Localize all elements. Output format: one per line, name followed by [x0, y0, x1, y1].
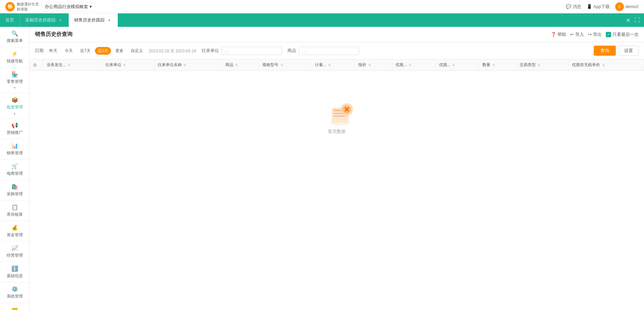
counterpart-placeholder: ... — [225, 48, 230, 53]
content-area: 销售历史价查询 ❓ 帮助 ↩ 导入 ↪ 导出 ✓ 只看最后一次 — [30, 27, 644, 310]
table-header-pre-tax-price[interactable]: 优惠前无税单价 ⇅ — [569, 59, 644, 71]
sort-icon: ⇅ — [537, 63, 540, 67]
empty-state: 暂无数据 — [30, 71, 644, 161]
logo-text: 畅捷通好生意 标准版 — [17, 2, 39, 11]
close-sales-tab-icon[interactable]: × — [107, 17, 112, 23]
tab-home[interactable]: 首页 — [0, 13, 20, 27]
help-button[interactable]: ❓ 帮助 — [551, 32, 566, 38]
tab-bar: 首页 采购历史价跟踪 × 销售历史价跟踪 × ✕ ⛶ — [0, 13, 644, 27]
sort-icon: ⇅ — [409, 63, 411, 67]
sidebar-item-marketing[interactable]: 📢 营销推广 — [0, 119, 29, 139]
filter-actions: 查询 设置 — [594, 46, 639, 56]
sidebar-item-retail[interactable]: 🏪 零售管理 ▾ — [0, 68, 29, 93]
date-btn-more[interactable]: 更多 — [112, 47, 126, 55]
product-input[interactable]: ... — [299, 47, 359, 55]
query-button[interactable]: 查询 — [594, 46, 616, 56]
basic-info-icon: ℹ️ — [11, 265, 18, 272]
sort-icon: ⇅ — [68, 63, 70, 67]
sidebar-item-enterprise[interactable]: 🤝 企业协同 — [0, 303, 29, 310]
checkbox-icon: ✓ — [606, 32, 611, 37]
table-header-discount2[interactable]: 优惠... ⇅ — [435, 59, 479, 71]
ecommerce-icon: 🛒 — [11, 163, 18, 169]
sidebar-item-wholesale[interactable]: 📦 批发管理 ▴ — [0, 93, 29, 119]
marketing-icon: 📢 — [11, 122, 18, 128]
tab-purchase-history[interactable]: 采购历史价跟踪 × — [20, 13, 69, 27]
quick-nav-icon: ⚡ — [11, 51, 18, 57]
top-bar-right: 💬 消息 📱 App下载 D demo2 — [566, 2, 639, 11]
table-header-discount1[interactable]: 优惠... ⇅ — [392, 59, 436, 71]
table-header-unit[interactable]: 计量... ⇅ — [311, 59, 355, 71]
retail-icon: 🏪 — [11, 71, 18, 78]
empty-illustration — [323, 98, 350, 124]
tab-home-label: 首页 — [5, 17, 14, 23]
sidebar-item-search[interactable]: 🔍 搜索菜单 — [0, 27, 29, 47]
table-header-spec[interactable]: 规格型号 ⇅ — [259, 59, 311, 71]
finance-icon: 💰 — [11, 224, 18, 231]
table-header-price[interactable]: 报价 ⇅ — [355, 59, 392, 71]
table-header-row: ⚙ 业务发生... ⇅ 往来单位 ⇅ 往来单位名称 ⇅ — [30, 59, 644, 71]
logo-area: 畅 畅捷通好生意 标准版 — [5, 2, 39, 11]
purchase-icon: 🛍️ — [11, 184, 18, 190]
svg-rect-4 — [333, 115, 345, 117]
tab-sales-history[interactable]: 销售历史价跟踪 × — [69, 13, 118, 27]
sidebar-item-operations[interactable]: 📈 经营管理 — [0, 242, 29, 262]
close-all-tabs-button[interactable]: ✕ — [624, 16, 632, 24]
message-button[interactable]: 💬 消息 — [566, 4, 581, 10]
product-filter-label: 商品 — [287, 48, 296, 54]
close-purchase-tab-icon[interactable]: × — [58, 17, 63, 23]
app-download-button[interactable]: 📱 App下载 — [587, 4, 610, 10]
sidebar-item-ecommerce[interactable]: 🛒 电商管理 — [0, 160, 29, 180]
table-header-product[interactable]: 商品 ⇅ — [222, 59, 259, 71]
counterpart-input[interactable]: ... — [222, 47, 282, 55]
date-btn-custom[interactable]: 自定义 — [128, 47, 146, 55]
chevron-down-icon: ▾ — [14, 86, 15, 90]
date-range-display: 2023-02-18 至 2023-03-18 — [149, 48, 196, 54]
export-button[interactable]: ↪ 导出 — [588, 32, 602, 38]
sidebar-item-quick-nav[interactable]: ⚡ 快捷导航 — [0, 47, 29, 68]
table-header-counterpart-code[interactable]: 往来单位 ⇅ — [102, 59, 154, 71]
only-last-checkbox[interactable]: ✓ 只看最后一次 — [606, 32, 639, 38]
counterpart-filter-label: 往来单位 — [202, 48, 219, 54]
table-header-gear[interactable]: ⚙ — [30, 59, 43, 71]
table-header-biz-date[interactable]: 业务发生... ⇅ — [43, 59, 102, 71]
table-header-quantity[interactable]: 数量 ⇅ — [479, 59, 516, 71]
wholesale-icon: 📦 — [11, 97, 18, 103]
date-btn-last7days[interactable]: 近7天 — [77, 47, 94, 55]
date-btn-yesterday[interactable]: 昨天 — [46, 47, 60, 55]
sort-icon: ⇅ — [602, 63, 605, 67]
sidebar-item-inventory[interactable]: 📋 库存核算 — [0, 201, 29, 221]
date-buttons: 昨天 今天 近7天 近1月 更多 自定义 — [46, 47, 146, 55]
import-button[interactable]: ↩ 导入 — [570, 32, 584, 38]
tab-purchase-history-label: 采购历史价跟踪 — [25, 17, 56, 23]
chevron-down-icon: ▾ — [90, 4, 92, 9]
maximize-button[interactable]: ⛶ — [633, 16, 641, 24]
product-placeholder: ... — [302, 48, 308, 53]
page-header: 销售历史价查询 ❓ 帮助 ↩ 导入 ↪ 导出 ✓ 只看最后一次 — [30, 27, 644, 42]
top-bar: 畅 畅捷通好生意 标准版 办公用品行业模拟账套 ▾ 💬 消息 📱 App下载 D… — [0, 0, 644, 13]
table-header-trade-type[interactable]: 交易类型 ⇅ — [516, 59, 569, 71]
sidebar-item-purchase[interactable]: 🛍️ 采购管理 — [0, 180, 29, 201]
sidebar-item-system[interactable]: ⚙️ 系统管理 — [0, 282, 29, 303]
help-icon: ❓ — [551, 32, 556, 37]
data-table: ⚙ 业务发生... ⇅ 往来单位 ⇅ 往来单位名称 ⇅ — [30, 59, 644, 71]
app-selector[interactable]: 办公用品行业模拟账套 ▾ — [42, 2, 95, 11]
sidebar-item-finance[interactable]: 💰 资金管理 — [0, 221, 29, 242]
setting-button[interactable]: 设置 — [619, 46, 639, 56]
sort-icon: ⇅ — [235, 63, 238, 67]
user-menu[interactable]: D demo2 — [615, 2, 639, 11]
sort-icon: ⇅ — [492, 63, 495, 67]
gear-icon[interactable]: ⚙ — [33, 62, 37, 68]
sort-icon: ⇅ — [183, 63, 186, 67]
date-btn-last1month[interactable]: 近1月 — [95, 47, 111, 55]
table-header-counterpart-name[interactable]: 往来单位名称 ⇅ — [154, 59, 222, 71]
sidebar-item-sales-mgmt[interactable]: 📊 销售管理 — [0, 139, 29, 160]
date-filter-group: 日期 昨天 今天 近7天 近1月 更多 自定义 2023-02-18 至 202… — [35, 47, 196, 55]
sort-icon: ⇅ — [328, 63, 331, 67]
date-btn-today[interactable]: 今天 — [62, 47, 76, 55]
import-icon: ↩ — [570, 32, 574, 37]
message-icon: 💬 — [566, 4, 571, 9]
sidebar-item-basic-info[interactable]: ℹ️ 基础信息 — [0, 262, 29, 282]
filter-row: 日期 昨天 今天 近7天 近1月 更多 自定义 2023-02-18 至 202… — [35, 46, 639, 56]
export-icon: ↪ — [588, 32, 592, 37]
counterpart-filter-group: 往来单位 ... — [202, 47, 282, 55]
